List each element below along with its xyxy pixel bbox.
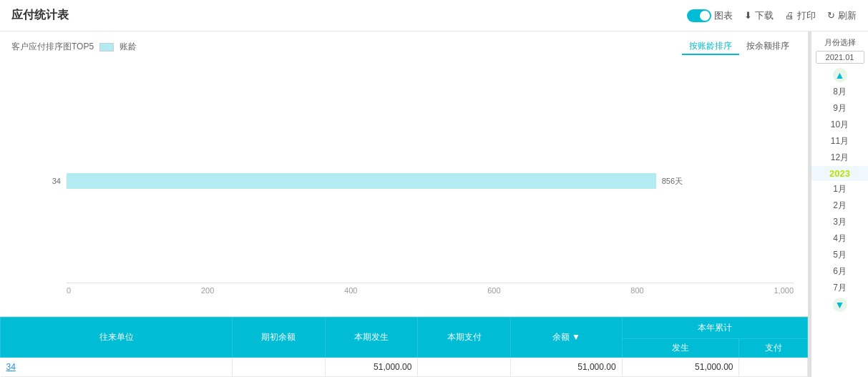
col-balance-header: 余额 ▼	[511, 318, 623, 358]
page-title: 应付统计表	[11, 8, 69, 23]
cell-balance: 51,000.00	[511, 358, 623, 377]
col-pay-header: 本期支付	[418, 318, 511, 358]
sidebar-title: 月份选择	[824, 34, 856, 51]
bar-end-label: 856天	[662, 175, 683, 186]
app-container: 应付统计表 图表 ⬇ 下载 🖨 打印 ↻ 刷新	[0, 0, 868, 377]
sidebar-year-2023[interactable]: 2023	[811, 166, 868, 181]
sort-by-balance-btn[interactable]: 按账龄排序	[682, 39, 739, 55]
sidebar-month-4[interactable]: 4月	[811, 230, 868, 247]
sidebar-up-btn[interactable]: ▲	[833, 68, 847, 82]
chart-legend: 客户应付排序图TOP5 账龄	[11, 41, 137, 53]
col-opening-header: 期初余额	[233, 318, 326, 358]
sort-by-amount-btn[interactable]: 按余额排序	[739, 39, 796, 55]
header-actions: 图表 ⬇ 下载 🖨 打印 ↻ 刷新	[687, 9, 857, 22]
cell-opening	[233, 358, 326, 377]
cell-occur: 51,000.00	[325, 358, 418, 377]
legend-box-label: 账龄	[120, 41, 137, 53]
header: 应付统计表 图表 ⬇ 下载 🖨 打印 ↻ 刷新	[0, 0, 868, 31]
chart-header: 客户应付排序图TOP5 账龄 按账龄排序 按余额排序	[0, 31, 808, 59]
sidebar-month-1[interactable]: 1月	[811, 181, 868, 197]
chart-body: 34 856天 0 200 400 600 800	[0, 59, 808, 316]
sidebar: 月份选择 2021.01 ▲ 8月 9月 10月 11月 12月 2023 1月…	[811, 31, 868, 377]
sidebar-month-12[interactable]: 12月	[811, 150, 868, 166]
data-table: 往来单位 期初余额 本期发生 本期支付 余额 ▼ 本年累计	[0, 317, 808, 377]
table-header-row1: 往来单位 期初余额 本期发生 本期支付 余额 ▼ 本年累计	[1, 318, 808, 339]
cell-unit[interactable]: 34	[1, 358, 233, 377]
cell-ytd-pay	[739, 358, 808, 377]
sidebar-month-6[interactable]: 6月	[811, 263, 868, 280]
sidebar-month-11[interactable]: 11月	[811, 133, 868, 150]
balance-label: 余额	[552, 332, 570, 342]
x-label-600: 600	[487, 286, 500, 295]
sidebar-down-btn[interactable]: ▼	[833, 298, 847, 312]
sidebar-month-7[interactable]: 7月	[811, 280, 868, 296]
download-button[interactable]: ⬇ 下载	[744, 9, 774, 22]
toggle-label: 图表	[714, 9, 733, 22]
refresh-label: 刷新	[838, 9, 857, 22]
print-icon: 🖨	[785, 10, 794, 21]
table-wrapper: 往来单位 期初余额 本期发生 本期支付 余额 ▼ 本年累计	[0, 317, 808, 377]
col-occur-header: 本期发生	[325, 318, 418, 358]
x-label-800: 800	[630, 286, 643, 295]
chart-sort: 按账龄排序 按余额排序	[682, 39, 796, 55]
bar-fill	[67, 173, 656, 189]
print-label: 打印	[797, 9, 816, 22]
download-label: 下载	[755, 9, 774, 22]
sidebar-date[interactable]: 2021.01	[816, 51, 864, 64]
x-axis: 0 200 400 600 800 1,000	[67, 283, 794, 295]
table-section: 往来单位 期初余额 本期发生 本期支付 余额 ▼ 本年累计	[0, 316, 808, 377]
col-unit-header: 往来单位	[1, 318, 233, 358]
sidebar-month-2[interactable]: 2月	[811, 197, 868, 214]
chart-area: 客户应付排序图TOP5 账龄 按账龄排序 按余额排序 34	[0, 31, 808, 377]
print-button[interactable]: 🖨 打印	[785, 9, 816, 22]
x-label-400: 400	[344, 286, 357, 295]
main-content: 客户应付排序图TOP5 账龄 按账龄排序 按余额排序 34	[0, 31, 868, 377]
sidebar-month-3[interactable]: 3月	[811, 214, 868, 230]
sidebar-month-9[interactable]: 9月	[811, 100, 868, 117]
refresh-button[interactable]: ↻ 刷新	[827, 9, 857, 22]
col-ytd-occur-header: 发生	[622, 339, 739, 358]
legend-box	[99, 43, 114, 52]
chart-toggle-switch[interactable]	[687, 9, 711, 22]
table-row: 34 51,000.00 51,000.00 51,000.00	[1, 358, 808, 377]
x-label-1000: 1,000	[774, 286, 794, 295]
col-ytd-pay-header: 支付	[739, 339, 808, 358]
cell-ytd-occur: 51,000.00	[622, 358, 739, 377]
chart-toggle-action[interactable]: 图表	[687, 9, 733, 22]
balance-sort-icon[interactable]: ▼	[572, 332, 580, 342]
sidebar-month-5[interactable]: 5月	[811, 247, 868, 263]
legend-title: 客户应付排序图TOP5	[11, 41, 94, 53]
download-icon: ⬇	[744, 10, 752, 21]
main-left: 客户应付排序图TOP5 账龄 按账龄排序 按余额排序 34	[0, 31, 808, 377]
col-ytd-header: 本年累计	[622, 318, 807, 339]
sidebar-month-8[interactable]: 8月	[811, 84, 868, 100]
bar-label: 34	[43, 177, 61, 185]
refresh-icon: ↻	[827, 10, 835, 21]
bar-track: 856天	[67, 173, 736, 189]
x-label-200: 200	[201, 286, 214, 295]
x-label-0: 0	[67, 286, 71, 295]
cell-pay	[418, 358, 511, 377]
sidebar-month-10[interactable]: 10月	[811, 117, 868, 133]
